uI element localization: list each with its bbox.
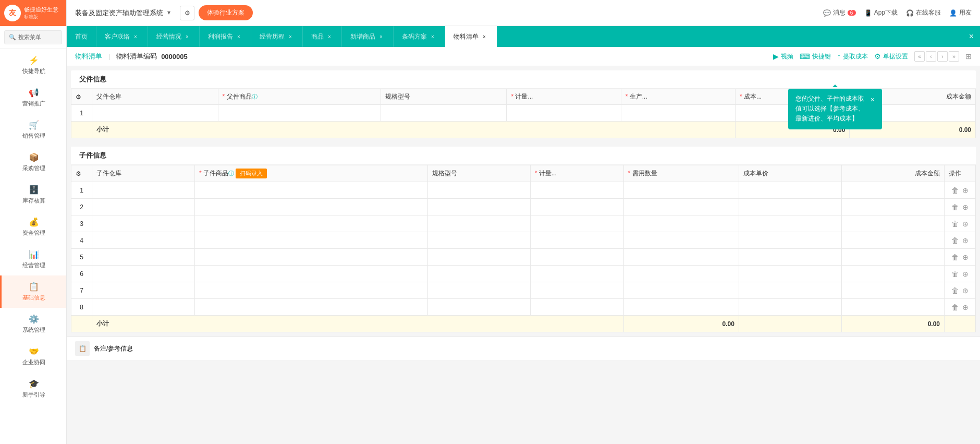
child-row-5-unit[interactable] — [530, 249, 623, 266]
child-row-5-unit-price[interactable] — [739, 249, 841, 266]
child-row-7-qty[interactable] — [623, 282, 739, 299]
online-service-button[interactable]: 🎧 在线客服 — [906, 8, 941, 17]
child-row-3-cost-amount[interactable] — [841, 215, 944, 232]
child-row-4-cost-amount[interactable] — [841, 232, 944, 249]
child-row-8-warehouse[interactable] — [92, 299, 195, 316]
child-row-2-delete[interactable]: 🗑 — [950, 202, 960, 212]
sidebar-item-purchase[interactable]: 📦 采购管理 — [0, 146, 66, 178]
child-row-6-unit[interactable] — [530, 266, 623, 282]
shortcut-button[interactable]: ⌨ 快捷键 — [800, 52, 831, 61]
tab-profit[interactable]: 利润报告 × — [200, 26, 251, 47]
child-row-2-cost-amount[interactable] — [841, 199, 944, 215]
child-row-8-spec[interactable] — [427, 299, 530, 316]
sidebar-item-collab[interactable]: 🤝 企业协同 — [0, 340, 66, 373]
child-row-3-copy[interactable]: ⊕ — [961, 219, 970, 229]
tab-newproduct-close[interactable]: × — [377, 33, 385, 40]
child-row-8-delete[interactable]: 🗑 — [950, 302, 960, 313]
child-row-5-spec[interactable] — [427, 249, 530, 266]
single-settings-button[interactable]: ⚙ 单据设置 — [874, 52, 908, 61]
child-row-4-unit[interactable] — [530, 232, 623, 249]
child-row-5-delete[interactable]: 🗑 — [950, 252, 960, 262]
parent-row-1-unit[interactable] — [507, 105, 621, 122]
child-row-6-copy[interactable]: ⊕ — [961, 269, 970, 279]
child-row-3-unit-price[interactable] — [739, 215, 841, 232]
child-row-1-warehouse[interactable] — [92, 182, 195, 199]
child-row-2-product[interactable] — [195, 199, 428, 215]
child-row-1-delete[interactable]: 🗑 — [950, 185, 960, 196]
child-row-4-qty[interactable] — [623, 232, 739, 249]
search-menu-button[interactable]: 🔍 搜索菜单 — [4, 30, 62, 44]
child-row-4-warehouse[interactable] — [92, 232, 195, 249]
child-row-4-product[interactable] — [195, 232, 428, 249]
child-row-1-cost-amount[interactable] — [841, 182, 944, 199]
child-row-4-copy[interactable]: ⊕ — [961, 235, 970, 246]
child-row-1-product[interactable] — [195, 182, 428, 199]
parent-row-1-product[interactable] — [218, 105, 381, 122]
child-row-5-cost-amount[interactable] — [841, 249, 944, 266]
child-row-3-delete[interactable]: 🗑 — [950, 219, 960, 229]
parent-row-1-production[interactable] — [621, 105, 735, 122]
child-row-8-qty[interactable] — [623, 299, 739, 316]
child-row-5-warehouse[interactable] — [92, 249, 195, 266]
sidebar-search-area[interactable]: 🔍 搜索菜单 — [0, 26, 66, 49]
nav-last-button[interactable]: » — [949, 51, 959, 62]
child-row-4-delete[interactable]: 🗑 — [950, 235, 960, 246]
child-row-8-copy[interactable]: ⊕ — [961, 302, 970, 313]
sidebar-item-quicknav[interactable]: ⚡ 快捷导航 — [0, 49, 66, 81]
child-row-1-copy[interactable]: ⊕ — [961, 185, 970, 196]
tab-bom[interactable]: 物料清单 × — [445, 26, 497, 47]
sidebar-item-marketing[interactable]: 📢 营销推广 — [0, 81, 66, 114]
view-video-button[interactable]: ▶ 视频 — [773, 52, 793, 61]
sidebar-item-basic[interactable]: 📋 基础信息 — [0, 275, 66, 308]
child-row-7-copy[interactable]: ⊕ — [961, 285, 970, 296]
dropdown-icon[interactable]: ▾ — [167, 9, 176, 17]
child-row-5-qty[interactable] — [623, 249, 739, 266]
child-row-5-product[interactable] — [195, 249, 428, 266]
child-row-2-spec[interactable] — [427, 199, 530, 215]
child-row-7-product[interactable] — [195, 282, 428, 299]
child-row-8-cost-amount[interactable] — [841, 299, 944, 316]
tab-customers-close[interactable]: × — [132, 33, 139, 40]
tab-barcode[interactable]: 条码方案 × — [394, 26, 445, 47]
child-row-2-copy[interactable]: ⊕ — [961, 202, 970, 212]
nav-prev-button[interactable]: ‹ — [926, 51, 936, 62]
tab-products-close[interactable]: × — [326, 33, 333, 40]
user-menu-button[interactable]: 👤 用友 — [949, 8, 972, 17]
child-row-7-unit[interactable] — [530, 282, 623, 299]
child-row-1-spec[interactable] — [427, 182, 530, 199]
tab-profit-close[interactable]: × — [235, 33, 242, 40]
scan-input-button[interactable]: 扫码录入 — [236, 169, 267, 178]
grid-view-button[interactable]: ⊞ — [965, 52, 972, 61]
child-row-2-unit[interactable] — [530, 199, 623, 215]
tab-customers[interactable]: 客户联络 × — [96, 26, 148, 47]
child-row-6-spec[interactable] — [427, 266, 530, 282]
child-row-3-qty[interactable] — [623, 215, 739, 232]
tab-barcode-close[interactable]: × — [429, 33, 436, 40]
parent-row-1-warehouse[interactable] — [92, 105, 218, 122]
app-download-button[interactable]: 📱 App下载 — [864, 8, 898, 17]
child-row-3-product[interactable] — [195, 215, 428, 232]
nav-next-button[interactable]: › — [937, 51, 948, 62]
child-row-7-delete[interactable]: 🗑 — [950, 285, 960, 296]
child-row-7-cost-amount[interactable] — [841, 282, 944, 299]
tab-operations[interactable]: 经营情况 × — [148, 26, 200, 47]
child-row-4-unit-price[interactable] — [739, 232, 841, 249]
child-row-6-product[interactable] — [195, 266, 428, 282]
child-row-2-qty[interactable] — [623, 199, 739, 215]
sidebar-item-system[interactable]: ⚙️ 系统管理 — [0, 308, 66, 340]
child-row-7-spec[interactable] — [427, 282, 530, 299]
child-row-8-product[interactable] — [195, 299, 428, 316]
close-all-tabs-button[interactable]: × — [963, 32, 980, 41]
child-row-6-delete[interactable]: 🗑 — [950, 269, 960, 279]
tab-history[interactable]: 经营历程 × — [251, 26, 303, 47]
sidebar-item-guide[interactable]: 🎓 新手引导 — [0, 373, 66, 405]
tab-bom-close[interactable]: × — [481, 33, 488, 40]
child-row-6-cost-amount[interactable] — [841, 266, 944, 282]
sidebar-item-sales[interactable]: 🛒 销售管理 — [0, 114, 66, 146]
child-row-7-unit-price[interactable] — [739, 282, 841, 299]
sidebar-item-finance[interactable]: 💰 资金管理 — [0, 211, 66, 243]
child-row-6-qty[interactable] — [623, 266, 739, 282]
sidebar-item-inventory[interactable]: 🗄️ 库存核算 — [0, 178, 66, 211]
child-row-8-unit-price[interactable] — [739, 299, 841, 316]
child-row-3-unit[interactable] — [530, 215, 623, 232]
